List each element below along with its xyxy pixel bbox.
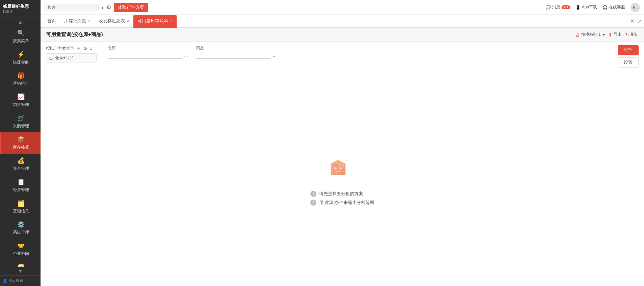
sidebar-item-marketing[interactable]: 🎁营销推广 (0, 69, 41, 90)
newbie-icon: 🧭 (17, 263, 25, 267)
export-label: 导出 (614, 32, 622, 37)
funds-icon: 💰 (17, 157, 25, 164)
sidebar-label-basic: 基础信息 (13, 208, 29, 214)
dropdown-button[interactable]: ▾ (101, 5, 104, 10)
refresh-button[interactable]: ↻ 刷新 (625, 32, 639, 37)
refresh-label: 刷新 (630, 32, 639, 37)
sidebar-label-purchase: 采购管理 (13, 123, 29, 129)
product-filter: 商品 … (196, 45, 277, 59)
sidebar-item-purchase[interactable]: 🛒采购管理 (0, 111, 41, 132)
empty-box-icon: ✦ ✦ (325, 152, 352, 179)
product-input-row: … (196, 52, 277, 59)
enterprise-icon: 🤝 (17, 242, 25, 250)
expand-button[interactable]: ⤢ (637, 19, 641, 24)
sidebar-item-system[interactable]: ⚙️系统管理 (0, 217, 41, 239)
trial-button[interactable]: 体验行业方案 (114, 3, 148, 12)
sidebar-item-search[interactable]: 🔍搜索菜单 (0, 26, 41, 47)
sidebar-item-enterprise[interactable]: 🤝企业协同 (0, 239, 41, 260)
message-icon: 💬 (546, 5, 551, 10)
scheme-item[interactable]: ⊙ 仓库+商品 (46, 53, 97, 62)
settings-config-button[interactable]: 设置 (618, 57, 639, 68)
warehouse-input[interactable] (108, 52, 182, 59)
query-button[interactable]: 查询 (618, 45, 639, 55)
hint-num-2: 2 (310, 200, 316, 206)
top-header: ▾ ⚙ 体验行业方案 💬 消息 99+ 📱 App下载 🎧 在线客服 Rit (41, 0, 644, 15)
export-icon: ⬆ (608, 32, 612, 37)
content-area: ✦ ✦ 1请先选择要分析的方案2用[过滤]条件来缩小分析范围 (41, 71, 644, 286)
sidebar-label-system: 系统管理 (13, 230, 29, 235)
hint-num-1: 1 (310, 191, 316, 197)
edit-scheme-icon[interactable]: ⚙ (83, 46, 87, 51)
scheme-icon: ⊙ (49, 55, 53, 61)
sidebar-label-search: 搜索菜单 (13, 38, 29, 44)
sidebar-label-operations: 经营管理 (13, 187, 29, 193)
add-scheme-icon[interactable]: ＋ (76, 45, 81, 51)
basic-icon: 🗂️ (17, 200, 25, 207)
tab-home[interactable]: 首页 (43, 15, 60, 28)
product-more-button[interactable]: … (273, 53, 277, 58)
tab-close-receipt-summary[interactable]: × (127, 19, 129, 23)
sidebar-item-operations[interactable]: 📋经营管理 (0, 175, 41, 196)
search-input[interactable] (45, 4, 99, 11)
sidebar-item-quick-nav[interactable]: ⚡快捷导航 (0, 47, 41, 69)
sidebar-scroll-down[interactable]: ▼ (0, 267, 41, 275)
collapse-scheme-icon[interactable]: « (89, 46, 92, 51)
sales-icon: 📈 (17, 93, 25, 101)
filter-fields: 仓库 … 商品 … (108, 45, 612, 59)
app-download-button[interactable]: 📱 App下载 (575, 4, 597, 10)
phone-icon: 📱 (575, 5, 581, 10)
warehouse-filter: 仓库 … (108, 45, 188, 59)
logo-sub: 标准版 (3, 9, 38, 14)
purchase-icon: 🛒 (17, 114, 25, 122)
sidebar-settings-label: 👤 个人设置 (3, 278, 23, 283)
page-actions: 🖨 按模板打印 ▾ ⬆ 导出 ↻ 刷新 (575, 32, 639, 37)
filter-scheme-header: 按以下方案查询 ＋ ⚙ « (46, 45, 97, 51)
svg-text:✦: ✦ (345, 159, 348, 162)
sidebar-label-quick-nav: 快捷导航 (13, 59, 29, 65)
tab-bar-right: ✕ ⤢ (630, 18, 641, 24)
page-header: 可用量查询(按仓库+商品) 🖨 按模板打印 ▾ ⬆ 导出 ↻ 刷新 (41, 28, 644, 42)
warehouse-more-button[interactable]: … (184, 53, 188, 58)
filter-divider (102, 45, 102, 68)
tab-bar: 首页库存批次账×收发存汇总表×可用量库存账本× ✕ ⤢ (41, 15, 644, 28)
print-button[interactable]: 🖨 按模板打印 ▾ (575, 32, 605, 37)
warehouse-input-row: … (108, 52, 188, 59)
logo-area: 畅康通好生意 标准版 (0, 0, 41, 18)
sidebar-nav: 🔍搜索菜单⚡快捷导航🎁营销推广📈销售管理🛒采购管理📦库存核算💰资金管理📋经营管理… (0, 26, 41, 267)
sidebar: 畅康通好生意 标准版 ▲ 🔍搜索菜单⚡快捷导航🎁营销推广📈销售管理🛒采购管理📦库… (0, 0, 41, 286)
print-label: 按模板打印 (581, 32, 601, 37)
tab-available-ledger[interactable]: 可用量库存账本× (133, 15, 177, 28)
sidebar-item-inventory[interactable]: 📦库存核算 (0, 132, 41, 154)
filter-scheme: 按以下方案查询 ＋ ⚙ « ⊙ 仓库+商品 (46, 45, 97, 62)
page-title: 可用量查询(按仓库+商品) (46, 31, 575, 38)
tab-receipt-summary[interactable]: 收发存汇总表× (95, 15, 133, 28)
sidebar-settings[interactable]: 👤 个人设置 (0, 275, 41, 286)
main-content: ▾ ⚙ 体验行业方案 💬 消息 99+ 📱 App下载 🎧 在线客服 Rit (41, 0, 644, 286)
sidebar-label-sales: 销售管理 (13, 102, 29, 108)
user-avatar[interactable]: Rit (630, 3, 640, 12)
export-button[interactable]: ⬆ 导出 (608, 32, 622, 37)
print-dropdown-icon: ▾ (603, 32, 605, 37)
tab-label-batch-ledger: 库存批次账 (64, 18, 86, 24)
message-button[interactable]: 💬 消息 99+ (546, 4, 570, 10)
sidebar-item-funds[interactable]: 💰资金管理 (0, 154, 41, 175)
sidebar-scroll-up[interactable]: ▲ (0, 18, 41, 26)
close-tab-button[interactable]: ✕ (630, 18, 635, 24)
app-label: App下载 (582, 4, 597, 10)
filter-scheme-label: 按以下方案查询 (46, 46, 74, 51)
warehouse-label: 仓库 (108, 45, 188, 51)
service-button[interactable]: 🎧 在线客服 (602, 4, 625, 10)
headset-icon: 🎧 (602, 5, 608, 10)
empty-hints: 1请先选择要分析的方案2用[过滤]条件来缩小分析范围 (310, 191, 374, 206)
filter-area: 按以下方案查询 ＋ ⚙ « ⊙ 仓库+商品 仓库 … 商品 (41, 42, 644, 71)
tab-batch-ledger[interactable]: 库存批次账× (60, 15, 95, 28)
tab-label-available-ledger: 可用量库存账本 (137, 18, 168, 24)
service-label: 在线客服 (609, 4, 625, 10)
sidebar-item-sales[interactable]: 📈销售管理 (0, 90, 41, 111)
header-settings-button[interactable]: ⚙ (106, 4, 111, 10)
product-input[interactable] (196, 52, 271, 59)
tab-close-available-ledger[interactable]: × (170, 19, 173, 23)
sidebar-item-basic[interactable]: 🗂️基础信息 (0, 196, 41, 217)
sidebar-item-newbie[interactable]: 🧭新手引导 (0, 260, 41, 267)
tab-close-batch-ledger[interactable]: × (88, 19, 91, 23)
